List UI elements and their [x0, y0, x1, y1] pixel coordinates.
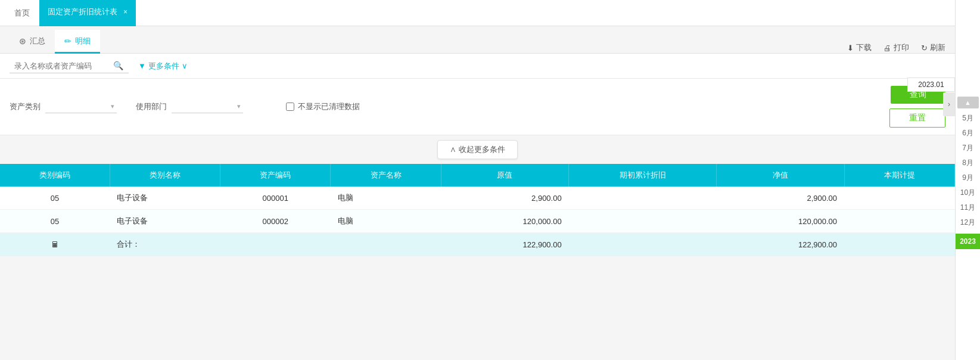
print-button[interactable]: 🖨 打印 — [883, 42, 909, 53]
detail-tab-label: 明细 — [75, 36, 91, 46]
col-header-acc-depreciation: 期初累计折旧 — [569, 164, 717, 187]
cell-current-period — [844, 187, 954, 210]
cell-original-value: 120,000.00 — [441, 210, 568, 233]
asset-category-label: 资产类别 — [10, 101, 41, 112]
chevron-down-icon: ∨ — [182, 61, 188, 70]
table-total-row: 🖩 合计： 122,900.00 122,900.00 — [0, 233, 955, 256]
search-input[interactable] — [14, 61, 110, 70]
col-header-asset-name: 资产名称 — [331, 164, 441, 187]
total-label: 合计： — [110, 233, 441, 256]
scroll-up-button[interactable]: ▲ — [957, 97, 979, 108]
cell-asset-name: 电脑 — [331, 210, 441, 233]
filter-buttons: 查询 重置 — [889, 86, 945, 128]
table-row: 05 电子设备 000001 电脑 2,900.00 2,900.00 — [0, 187, 955, 210]
refresh-label: 刷新 — [930, 42, 945, 53]
asset-category-arrow-icon: ▾ — [111, 103, 114, 110]
search-toolbar: 🔍 ▼ 更多条件 ∨ — [0, 54, 955, 79]
month-item[interactable]: 7月 — [959, 141, 976, 156]
home-nav-item[interactable]: 首页 — [10, 8, 35, 18]
department-filter: 使用部门 ▾ — [136, 100, 243, 113]
download-label: 下载 — [856, 42, 872, 53]
total-original-value: 122,900.00 — [441, 233, 568, 256]
col-header-category-name: 类别名称 — [110, 164, 220, 187]
date-display: 2023.01 — [907, 77, 955, 92]
cell-category-name: 电子设备 — [110, 210, 220, 233]
cell-current-period — [844, 210, 954, 233]
col-header-asset-code: 资产编码 — [220, 164, 331, 187]
cell-acc-depreciation — [569, 210, 717, 233]
nav-expand-arrow[interactable]: › — [943, 92, 955, 116]
table-row: 05 电子设备 000002 电脑 120,000.00 120,000.00 — [0, 210, 955, 233]
asset-category-select[interactable]: ▾ — [45, 100, 117, 113]
total-acc-depreciation — [569, 233, 717, 256]
tab-close-icon[interactable]: × — [123, 8, 127, 16]
year-badge[interactable]: 2023 — [956, 234, 980, 249]
refresh-button[interactable]: ↻ 刷新 — [921, 42, 945, 53]
data-table-container: 类别编码 类别名称 资产编码 资产名称 原值 期初累计折旧 净值 本期计提 05… — [0, 164, 955, 256]
tab-detail[interactable]: ✏ 明细 — [55, 30, 100, 54]
tab-summary[interactable]: ⊛ 汇总 — [10, 30, 55, 54]
download-button[interactable]: ⬇ 下载 — [847, 42, 872, 53]
calculator-icon: 🖩 — [51, 240, 59, 249]
col-header-net-value: 净值 — [717, 164, 844, 187]
department-label: 使用部门 — [136, 101, 167, 112]
tab-title: 固定资产折旧统计表 — [48, 7, 117, 17]
col-header-original-value: 原值 — [441, 164, 568, 187]
cell-asset-code: 000001 — [220, 187, 331, 210]
cell-category-code: 05 — [0, 187, 110, 210]
summary-tab-icon: ⊛ — [19, 36, 26, 46]
total-net-value: 122,900.00 — [717, 233, 844, 256]
detail-tab-icon: ✏ — [64, 36, 71, 46]
collapse-row: ∧ 收起更多条件 — [0, 135, 955, 164]
month-item[interactable]: 8月 — [959, 156, 976, 170]
more-conditions-button[interactable]: ▼ 更多条件 ∨ — [138, 61, 188, 72]
search-icon: 🔍 — [113, 61, 123, 70]
cell-acc-depreciation — [569, 187, 717, 210]
sub-tab-bar: ⊛ 汇总 ✏ 明细 ⬇ 下载 🖨 打印 ↻ 刷新 — [0, 26, 955, 54]
cell-original-value: 2,900.00 — [441, 187, 568, 210]
data-table: 类别编码 类别名称 资产编码 资产名称 原值 期初累计折旧 净值 本期计提 05… — [0, 164, 955, 256]
refresh-icon: ↻ — [921, 44, 928, 52]
filter-icon: ▼ — [138, 61, 146, 70]
month-item[interactable]: 6月 — [959, 126, 976, 141]
right-date-sidebar: ▲ 5月6月7月8月9月10月11月12月 2023 — [955, 0, 980, 360]
month-item[interactable]: 5月 — [959, 111, 976, 126]
search-box: 🔍 — [10, 58, 129, 73]
collapse-button[interactable]: ∧ 收起更多条件 — [437, 140, 518, 159]
print-icon: 🖨 — [883, 44, 891, 52]
month-item[interactable]: 11月 — [959, 200, 976, 215]
department-arrow-icon: ▾ — [237, 103, 241, 110]
total-icon-cell: 🖩 — [0, 233, 110, 256]
cell-net-value: 2,900.00 — [717, 187, 844, 210]
month-item[interactable]: 10月 — [959, 185, 976, 200]
toolbar-actions: ⬇ 下载 🖨 打印 ↻ 刷新 — [847, 42, 945, 53]
col-header-category-code: 类别编码 — [0, 164, 110, 187]
hide-cleared-label: 不显示已清理数据 — [298, 101, 360, 112]
month-item[interactable]: 12月 — [959, 215, 976, 230]
active-tab[interactable]: 固定资产折旧统计表 × — [39, 0, 136, 26]
cell-net-value: 120,000.00 — [717, 210, 844, 233]
reset-button[interactable]: 重置 — [889, 108, 945, 128]
cell-asset-name: 电脑 — [331, 187, 441, 210]
hide-cleared-filter: 不显示已清理数据 — [286, 101, 360, 112]
department-select[interactable]: ▾ — [172, 100, 243, 113]
month-item[interactable]: 9月 — [959, 170, 976, 185]
print-label: 打印 — [894, 42, 909, 53]
more-conditions-label: 更多条件 — [148, 61, 179, 72]
cell-category-name: 电子设备 — [110, 187, 220, 210]
download-icon: ⬇ — [847, 44, 854, 52]
cell-asset-code: 000002 — [220, 210, 331, 233]
total-current-period — [844, 233, 954, 256]
cell-category-code: 05 — [0, 210, 110, 233]
summary-tab-label: 汇总 — [30, 36, 45, 46]
table-header-row: 类别编码 类别名称 资产编码 资产名称 原值 期初累计折旧 净值 本期计提 — [0, 164, 955, 187]
hide-cleared-checkbox[interactable] — [286, 103, 294, 111]
col-header-current-period: 本期计提 — [844, 164, 954, 187]
asset-category-filter: 资产类别 ▾ — [10, 100, 117, 113]
filter-area: 资产类别 ▾ 使用部门 ▾ 不显示已清理数据 — [0, 79, 955, 135]
